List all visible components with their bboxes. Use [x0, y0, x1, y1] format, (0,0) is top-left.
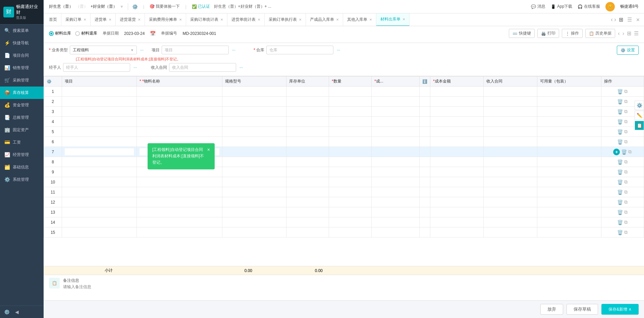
delete-row-14-button[interactable]: 🗑️: [617, 220, 623, 225]
row-6-cost-amount[interactable]: [430, 137, 484, 147]
tab-incoming-stats-close[interactable]: ✕: [258, 18, 260, 21]
row-15-income[interactable]: [484, 227, 537, 237]
tab-prev-icon[interactable]: ‹: [611, 16, 613, 23]
row-4-cost-amount[interactable]: [430, 117, 484, 127]
row-12-income[interactable]: [484, 197, 537, 207]
sidebar-item-assets[interactable]: 🏢 固定资产: [0, 124, 44, 136]
row-8-project[interactable]: [62, 157, 137, 167]
tab-purchase-exec[interactable]: 采购订单执行表 ✕: [265, 13, 306, 26]
print-button[interactable]: 🖨️ 打印: [537, 29, 559, 38]
row-5-project[interactable]: [62, 127, 137, 137]
tab-incoming-close[interactable]: ✕: [109, 18, 111, 21]
row-13-spec[interactable]: [222, 207, 286, 217]
copy-row-8-button[interactable]: ⧉: [624, 159, 628, 165]
row-4-unit[interactable]: [286, 117, 329, 127]
row-7-qty[interactable]: [329, 147, 371, 157]
topbar-nav-haoyecai[interactable]: +好业财（普）: [91, 4, 117, 9]
row-4-cost[interactable]: [372, 117, 420, 127]
delete-row-10-button[interactable]: 🗑️: [617, 179, 623, 185]
row-7-project-input[interactable]: [65, 148, 134, 155]
row-13-unit[interactable]: [286, 207, 329, 217]
row-2-unit[interactable]: [286, 97, 329, 107]
discard-button[interactable]: 放弃: [540, 304, 563, 315]
income-contract-dots[interactable]: ···: [239, 65, 243, 70]
tab-close-all-icon[interactable]: ✕: [635, 17, 641, 22]
copy-row-10-button[interactable]: ⧉: [624, 179, 628, 185]
row-10-project[interactable]: [62, 177, 137, 187]
row-3-unit[interactable]: [286, 107, 329, 117]
row-11-cost-amount[interactable]: [430, 187, 484, 197]
row-13-cost-amount[interactable]: [430, 207, 484, 217]
row-10-unit[interactable]: [286, 177, 329, 187]
sidebar-item-funds[interactable]: 💰 资金管理: [0, 99, 44, 111]
tab-grid-view-icon[interactable]: ⊞: [618, 16, 625, 23]
row-15-unit[interactable]: [286, 227, 329, 237]
row-6-unit[interactable]: [286, 137, 329, 147]
tab-material-out[interactable]: 材料出库单 ✕: [376, 13, 410, 26]
row-15-spec[interactable]: [222, 227, 286, 237]
topbar-settings-icon[interactable]: ⚙️: [132, 4, 138, 9]
app-download-button[interactable]: 📱 App下载: [551, 4, 572, 9]
handler-dots[interactable]: ···: [133, 65, 137, 70]
user-avatar[interactable]: 😊: [605, 2, 615, 11]
delete-row-9-button[interactable]: 🗑️: [617, 169, 623, 175]
row-2-cost[interactable]: [372, 97, 420, 107]
prev-record-icon[interactable]: ‹: [618, 31, 620, 37]
delete-row-7-button[interactable]: 🗑️: [621, 149, 627, 155]
row-9-project[interactable]: [62, 167, 137, 177]
copy-row-13-button[interactable]: ⧉: [624, 209, 628, 215]
row-1-project[interactable]: [62, 87, 137, 97]
row-2-spec[interactable]: [222, 97, 286, 107]
row-14-income[interactable]: [484, 217, 537, 227]
radio-material-return[interactable]: 材料退库: [75, 31, 97, 36]
row-12-project[interactable]: [62, 197, 137, 207]
add-row-button[interactable]: +: [613, 149, 620, 155]
tab-purchase-stats-close[interactable]: ✕: [220, 18, 223, 21]
tab-incoming-return[interactable]: 进货退货 ✕: [116, 13, 145, 26]
shortcut-key-button[interactable]: ⌨️ 快捷键: [509, 29, 535, 38]
copy-row-12-button[interactable]: ⧉: [624, 199, 628, 205]
row-3-material[interactable]: [137, 107, 222, 117]
history-button[interactable]: 📋 历史单据: [585, 29, 615, 38]
topbar-nav-haoshengyi[interactable]: 好生意（普）: [49, 4, 73, 9]
row-5-unit[interactable]: [286, 127, 329, 137]
tab-next-icon[interactable]: ›: [614, 16, 616, 23]
row-9-unit[interactable]: [286, 167, 329, 177]
row-15-project[interactable]: [62, 227, 137, 237]
sidebar-item-sales[interactable]: 📊 销售管理: [0, 62, 44, 74]
row-7-avail[interactable]: [537, 147, 601, 157]
tab-list-view-icon[interactable]: ☰: [626, 16, 633, 23]
row-1-qty[interactable]: [329, 87, 371, 97]
row-8-cost-amount[interactable]: [430, 157, 484, 167]
row-12-cost[interactable]: [372, 197, 420, 207]
row-2-project[interactable]: [62, 97, 137, 107]
delete-row-5-button[interactable]: 🗑️: [617, 129, 623, 135]
row-8-qty[interactable]: [329, 157, 371, 167]
warehouse-dots[interactable]: ···: [337, 48, 340, 52]
row-4-qty[interactable]: [329, 117, 371, 127]
row-3-qty[interactable]: [329, 107, 371, 117]
row-14-cost-amount[interactable]: [430, 217, 484, 227]
row-6-avail[interactable]: [537, 137, 601, 147]
row-9-qty[interactable]: [329, 167, 371, 177]
row-2-qty[interactable]: [329, 97, 371, 107]
income-contract-input[interactable]: 收入合同: [169, 63, 236, 72]
row-8-unit[interactable]: [286, 157, 329, 167]
row-1-income[interactable]: [484, 87, 537, 97]
row-4-avail[interactable]: [537, 117, 601, 127]
row-8-cost[interactable]: [372, 157, 420, 167]
delete-row-1-button[interactable]: 🗑️: [617, 89, 623, 94]
row-6-spec[interactable]: [222, 137, 286, 147]
row-6-project[interactable]: [62, 137, 137, 147]
row-5-qty[interactable]: [329, 127, 371, 137]
copy-row-4-button[interactable]: ⧉: [624, 119, 628, 124]
row-13-qty[interactable]: [329, 207, 371, 217]
row-5-cost[interactable]: [372, 127, 420, 137]
row-11-project[interactable]: [62, 187, 137, 197]
row-4-project[interactable]: [62, 117, 137, 127]
row-14-unit[interactable]: [286, 217, 329, 227]
collapse-icon[interactable]: ◀: [15, 309, 19, 315]
row-1-cost[interactable]: [372, 87, 420, 97]
sidebar-item-search[interactable]: 🔍 搜索菜单: [0, 24, 44, 37]
message-button[interactable]: 💬 消息: [531, 4, 545, 9]
